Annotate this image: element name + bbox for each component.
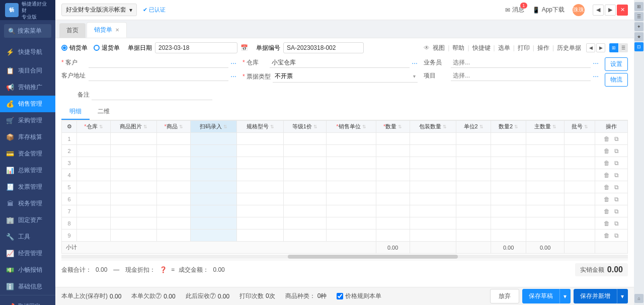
row-qty2-6[interactable] [491, 193, 526, 205]
row-price-8[interactable] [283, 217, 326, 230]
save-draft-button[interactable]: 保存草稿 [522, 289, 559, 303]
row-delete-4[interactable]: 🗑 [602, 171, 611, 179]
col-sort-icon-11[interactable]: ⇅ [514, 124, 518, 129]
row-qty-5[interactable] [376, 181, 410, 193]
discard-button[interactable]: 放弃 [490, 289, 519, 303]
row-unit2-1[interactable] [456, 133, 491, 145]
row-delete-6[interactable]: 🗑 [602, 195, 611, 203]
row-unit2-2[interactable] [456, 145, 491, 157]
row-packqty-7[interactable] [410, 205, 456, 217]
row-batch-7[interactable] [565, 205, 595, 217]
row-copy-7[interactable]: ⧉ [613, 207, 620, 215]
row-unit-1[interactable] [327, 133, 376, 145]
col-sort-icon-4[interactable]: ⇅ [223, 124, 227, 129]
salesperson-select-button[interactable]: ··· [593, 59, 599, 67]
right-panel-btn-2[interactable]: ☰ [634, 12, 643, 21]
app-download-button[interactable]: 📱 App下载 [532, 6, 565, 14]
form-next-button[interactable]: ▶ [596, 43, 605, 52]
col-sort-icon-2[interactable]: ⇅ [143, 124, 147, 129]
col-settings[interactable]: ⚙ [62, 121, 77, 133]
row-price-2[interactable] [283, 145, 326, 157]
save-new-dropdown-button[interactable]: ▾ [617, 289, 628, 303]
row-scan-6[interactable] [191, 193, 237, 205]
price-check-checkbox[interactable] [337, 293, 343, 299]
row-delete-8[interactable]: 🗑 [602, 219, 611, 227]
row-price-3[interactable] [283, 157, 326, 169]
sidebar-item-经营管理[interactable]: 📈经营管理 [0, 245, 55, 262]
sidebar-item-固定资产[interactable]: 🏢固定资产 [0, 212, 55, 228]
grid-view-button[interactable]: ⊞ [609, 43, 618, 52]
row-scan-1[interactable] [191, 133, 237, 145]
row-warehouse-2[interactable] [77, 145, 111, 157]
row-mainqty-9[interactable] [526, 230, 565, 242]
row-product-3[interactable] [157, 157, 191, 169]
row-scan-5[interactable] [191, 181, 237, 193]
row-warehouse-8[interactable] [77, 217, 111, 230]
radio-sales-order[interactable]: 销货单 [61, 44, 88, 52]
row-unit-6[interactable] [327, 193, 376, 205]
tab-close-icon[interactable]: ✕ [115, 27, 119, 33]
right-panel-btn-4[interactable]: ★ [634, 32, 643, 41]
row-qty2-5[interactable] [491, 181, 526, 193]
row-qty2-9[interactable] [491, 230, 526, 242]
save-draft-dropdown-button[interactable]: ▾ [559, 289, 571, 303]
row-qty2-4[interactable] [491, 169, 526, 181]
right-panel-btn-5[interactable]: ⊡ [634, 42, 643, 51]
row-spec-1[interactable] [237, 133, 283, 145]
sidebar-item-基础信息[interactable]: ℹ️基础信息 [0, 278, 55, 295]
set-button[interactable]: 设置 [605, 57, 628, 71]
row-unit2-7[interactable] [456, 205, 491, 217]
row-product-9[interactable] [157, 230, 191, 242]
row-packqty-9[interactable] [410, 230, 456, 242]
row-spec-9[interactable] [237, 230, 283, 242]
sidebar-item-营销推广[interactable]: 📢营销推广 [0, 79, 55, 96]
row-copy-5[interactable]: ⧉ [613, 183, 620, 191]
right-panel-btn-1[interactable]: ⊞ [634, 2, 643, 11]
row-mainqty-8[interactable] [526, 217, 565, 230]
row-copy-4[interactable]: ⧉ [613, 171, 620, 179]
row-qty2-8[interactable] [491, 217, 526, 230]
tab-sales-order[interactable]: 销货单 ✕ [87, 22, 127, 38]
sidebar-item-税务管理[interactable]: 🏛税务管理 [0, 195, 55, 212]
row-warehouse-4[interactable] [77, 169, 111, 181]
row-price-1[interactable] [283, 133, 326, 145]
row-copy-2[interactable]: ⧉ [613, 147, 620, 155]
row-qty-4[interactable] [376, 169, 410, 181]
col-sort-icon-13[interactable]: ⇅ [584, 124, 588, 129]
row-unit-4[interactable] [327, 169, 376, 181]
row-copy-8[interactable]: ⧉ [613, 219, 620, 227]
save-new-button[interactable]: 保存并新增 [574, 289, 617, 303]
row-packqty-2[interactable] [410, 145, 456, 157]
customer-input[interactable] [89, 57, 228, 68]
message-button[interactable]: ✉ 消息 1 [505, 6, 524, 14]
row-mainqty-2[interactable] [526, 145, 565, 157]
row-product-5[interactable] [157, 181, 191, 193]
row-spec-4[interactable] [237, 169, 283, 181]
add-logistics-button[interactable]: 物流 [605, 73, 628, 87]
sub-tab-detail[interactable]: 明细 [61, 104, 90, 120]
close-window-button[interactable]: ✕ [617, 5, 628, 16]
form-prev-button[interactable]: ◀ [586, 43, 595, 52]
right-panel-btn-3[interactable]: ✦ [634, 22, 643, 31]
sidebar-item-采购管理[interactable]: 🛒采购管理 [0, 112, 55, 129]
tab-home[interactable]: 首页 [59, 23, 86, 38]
row-warehouse-5[interactable] [77, 181, 111, 193]
row-qty2-2[interactable] [491, 145, 526, 157]
row-delete-2[interactable]: 🗑 [602, 147, 611, 155]
next-window-button[interactable]: ▶ [605, 5, 616, 16]
row-delete-3[interactable]: 🗑 [602, 159, 611, 167]
row-scan-9[interactable] [191, 230, 237, 242]
row-delete-9[interactable]: 🗑 [602, 232, 611, 240]
row-batch-2[interactable] [565, 145, 595, 157]
row-unit2-6[interactable] [456, 193, 491, 205]
project-input[interactable] [451, 70, 591, 81]
row-product-7[interactable] [157, 205, 191, 217]
col-sort-icon[interactable]: ⇅ [99, 124, 103, 129]
row-mainqty-3[interactable] [526, 157, 565, 169]
sidebar-item-销售管理[interactable]: 💰销售管理 [0, 96, 55, 112]
row-unit-7[interactable] [327, 205, 376, 217]
sidebar-item-发票管理[interactable]: 🧾发票管理 [0, 179, 55, 195]
customer-select-button[interactable]: ··· [230, 59, 236, 67]
row-copy-6[interactable]: ⧉ [613, 195, 620, 203]
warehouse-input[interactable] [270, 57, 410, 68]
